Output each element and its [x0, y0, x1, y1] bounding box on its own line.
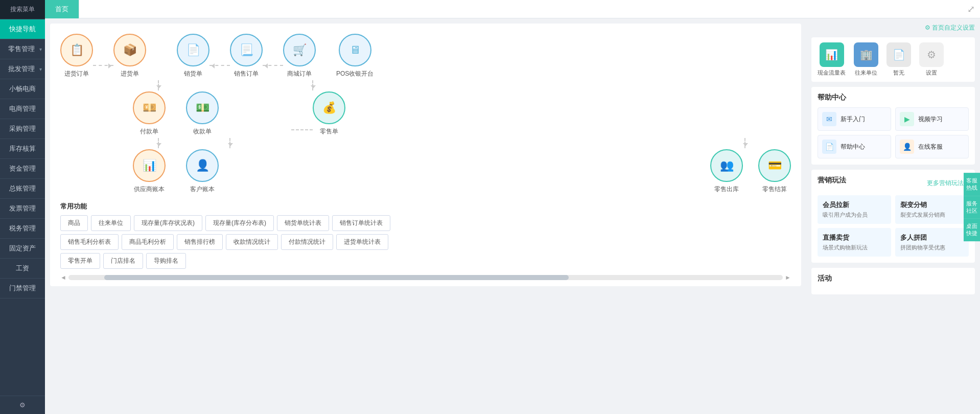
horizontal-scrollbar[interactable]: ◄ ► [60, 274, 791, 281]
func-btn-1-1[interactable]: 商品毛利分析 [122, 234, 174, 250]
qa-item-settings[interactable]: ⚙ 设置 [919, 42, 944, 77]
marketing-item-fission[interactable]: 裂变分销 裂变式发展分销商 [895, 195, 969, 224]
pos-label: POS收银开台 [336, 70, 374, 78]
func-btn-0-1[interactable]: 往来单位 [91, 215, 131, 231]
marketing-item-member[interactable]: 会员拉新 吸引用户成为会员 [818, 195, 891, 224]
flow-node-purchase-order[interactable]: 📋 进货订单 [60, 34, 93, 78]
marketing-item-group[interactable]: 多人拼团 拼团购物享受优惠 [895, 228, 969, 257]
receipt-label: 收款单 [193, 127, 212, 136]
down-arrow-payment [133, 138, 184, 148]
scroll-left-arrow[interactable]: ◄ [60, 274, 66, 281]
help-helpcenter-icon: 📄 [822, 140, 836, 154]
marketing-member-desc: 吸引用户成为会员 [823, 211, 886, 219]
help-item-beginner[interactable]: ✉ 新手入门 [818, 107, 891, 131]
flow-node-pos[interactable]: 🖥 POS收银开台 [336, 34, 374, 78]
qa-item-none[interactable]: 📄 暂无 [886, 42, 911, 77]
retail-icon: 💰 [313, 91, 345, 124]
content-area: 📋 进货订单 📦 进货单 [45, 18, 980, 414]
func-btn-2-1[interactable]: 门店排名 [103, 253, 143, 269]
help-onlineservice-icon: 👤 [900, 140, 914, 154]
sidebar-item-4[interactable]: 电商管理 [0, 99, 45, 119]
sidebar-item-0[interactable]: 快捷导航 [0, 19, 45, 39]
func-row-1: 销售毛利分析表商品毛利分析销售排行榜收款情况统计付款情况统计进货单统计表 [60, 234, 791, 250]
marketing-title: 营销玩法 [818, 176, 846, 185]
sidebar-item-label-11: 固定资产 [3, 244, 42, 253]
pos-icon: 🖥 [339, 34, 371, 66]
scroll-thumb [104, 275, 569, 280]
help-center-title: 帮助中心 [818, 93, 969, 102]
tab-home[interactable]: 首页 [45, 0, 79, 18]
marketing-more-link[interactable]: 更多营销玩法 > [927, 179, 969, 188]
func-btn-2-0[interactable]: 零售开单 [60, 253, 100, 269]
sidebar-item-5[interactable]: 采购管理 [0, 119, 45, 139]
sidebar-item-6[interactable]: 库存核算 [0, 139, 45, 159]
common-functions: 常用功能 商品往来单位现存量(库存状况表)现存量(库存分布表)销货单统计表销售订… [60, 202, 791, 269]
func-btn-1-4[interactable]: 付款情况统计 [281, 234, 333, 250]
func-btn-0-3[interactable]: 现存量(库存分布表) [205, 215, 274, 231]
flow-node-shop-order[interactable]: 🛒 商城订单 [283, 34, 316, 78]
func-btn-0-2[interactable]: 现存量(库存状况表) [134, 215, 202, 231]
help-item-onlineservice[interactable]: 👤 在线客服 [895, 135, 969, 158]
sidebar-item-3[interactable]: 小畅电商 [0, 79, 45, 99]
marketing-fission-desc: 裂变式发展分销商 [900, 211, 964, 219]
help-item-video[interactable]: ▶ 视频学习 [895, 107, 969, 131]
activity-title: 活动 [818, 274, 969, 283]
func-btn-2-2[interactable]: 导购排名 [146, 253, 186, 269]
func-btn-1-0[interactable]: 销售毛利分析表 [60, 234, 119, 250]
search-menu-button[interactable]: 搜索菜单 [0, 0, 45, 19]
sidebar-item-11[interactable]: 固定资产 [0, 239, 45, 259]
sidebar-settings-button[interactable]: ⚙ [0, 396, 45, 414]
qa-item-partner[interactable]: 🏢 往来单位 [854, 42, 878, 77]
flow-node-sales[interactable]: 📄 销货单 [177, 34, 209, 78]
flow-node-purchase[interactable]: 📦 进货单 [113, 34, 146, 78]
marketing-header: 营销玩法 更多营销玩法 > [818, 176, 969, 190]
fullscreen-button[interactable]: ⤢ [967, 4, 980, 15]
sales-order-icon: 📃 [230, 34, 263, 66]
flow-node-supplier-ledger[interactable]: 📊 供应商账本 [133, 149, 166, 194]
sidebar-item-9[interactable]: 发票管理 [0, 199, 45, 219]
flow-node-receipt[interactable]: 💵 收款单 [186, 91, 219, 136]
sidebar-item-10[interactable]: 税务管理 [0, 219, 45, 239]
qa-item-cashflow[interactable]: 📊 现金流量表 [818, 42, 846, 77]
sidebar-item-1[interactable]: 零售管理▾ [0, 39, 45, 59]
sidebar-item-7[interactable]: 资金管理 [0, 159, 45, 179]
sidebar-item-13[interactable]: 门禁管理 [0, 279, 45, 298]
marketing-item-live[interactable]: 直播卖货 场景式购物新玩法 [818, 228, 891, 257]
func-btn-0-5[interactable]: 销售订单统计表 [332, 215, 390, 231]
customize-settings-label: ⚙ 首页自定义设置 [925, 24, 975, 31]
sidebar-item-label-0: 快捷导航 [3, 25, 42, 34]
flow-node-payment[interactable]: 💴 付款单 [133, 91, 166, 136]
flow-node-retail-settle[interactable]: 💳 零售结算 [758, 149, 791, 194]
scroll-track[interactable] [68, 275, 783, 280]
flow-node-retail[interactable]: 💰 零售单 [313, 91, 345, 136]
help-item-helpcenter[interactable]: 📄 帮助中心 [818, 135, 891, 158]
func-btn-0-4[interactable]: 销货单统计表 [277, 215, 329, 231]
func-btn-1-5[interactable]: 进货单统计表 [336, 234, 388, 250]
marketing-member-title: 会员拉新 [823, 200, 886, 210]
sidebar-item-12[interactable]: 工资 [0, 259, 45, 279]
purchase-icon: 📦 [113, 34, 146, 66]
retail-out-icon: 👥 [710, 149, 743, 182]
float-btn-service[interactable]: 客服热线 [964, 173, 980, 196]
float-btn-desktop[interactable]: 桌面快捷 [964, 218, 980, 241]
sidebar-item-label-1: 零售管理 [3, 44, 39, 54]
help-video-label: 视频学习 [918, 115, 943, 124]
flow-node-sales-order[interactable]: 📃 销售订单 [230, 34, 263, 78]
sidebar-item-2[interactable]: 批发管理▾ [0, 59, 45, 79]
down-arrow-receipt [204, 138, 255, 148]
flow-diagram: 📋 进货订单 📦 进货单 [60, 34, 791, 194]
float-buttons: 客服热线 服务社区 桌面快捷 [964, 173, 980, 241]
func-btn-1-3[interactable]: 收款情况统计 [226, 234, 278, 250]
arrow-shop-order-to-sales-order [263, 65, 283, 66]
flow-node-retail-out[interactable]: 👥 零售出库 [710, 149, 743, 194]
sidebar-item-8[interactable]: 总账管理 [0, 179, 45, 199]
sidebar-item-label-4: 电商管理 [3, 104, 42, 113]
customize-settings-button[interactable]: ⚙ 首页自定义设置 [811, 24, 975, 32]
scroll-right-arrow[interactable]: ► [785, 274, 791, 281]
sidebar-item-label-5: 采购管理 [3, 124, 42, 133]
func-btn-1-2[interactable]: 销售排行榜 [177, 234, 223, 250]
func-btn-0-0[interactable]: 商品 [60, 215, 88, 231]
float-btn-community[interactable]: 服务社区 [964, 196, 980, 219]
flow-node-customer-ledger[interactable]: 👤 客户账本 [186, 149, 219, 194]
main-area: 首页 ⤢ 📋 进货订单 [45, 0, 980, 414]
